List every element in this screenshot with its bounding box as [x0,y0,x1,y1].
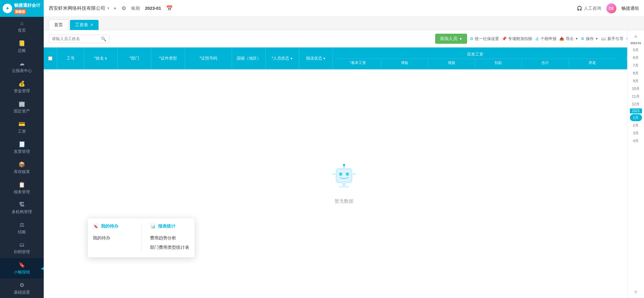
sidebar-item-label: 结账 [18,229,26,235]
sidebar-item-label: 发票管理 [14,149,30,155]
sidebar-item-tax[interactable]: 📋 税务管理 [0,178,44,198]
dropdown-col-todo-header: 🔖 我的待办 [93,223,133,229]
month-11[interactable]: 11月 [630,93,642,100]
svg-rect-8 [332,173,336,175]
sidebar-item-label: 总账 [18,48,26,54]
month-5[interactable]: 5月 [630,46,642,54]
dropdown-item-dept-expense[interactable]: 部门费用类型统计表 [150,243,190,252]
sidebar-item-archive[interactable]: 🗂 归档管理 [0,238,44,258]
topbar-actions: + ⚙ 账期 2023-01 📅 [113,5,173,11]
sidebar-item-ledger[interactable]: 📒 总账 [0,37,44,57]
th-report-status[interactable]: 报送状态 ▼ [299,47,333,69]
app-logo: ✦ 畅捷通好会计 旗舰版 [0,0,44,17]
calendar-icon[interactable]: 📅 [166,5,173,11]
tab-home-label: 首页 [54,22,63,27]
search-input[interactable] [52,36,99,41]
month-3[interactable]: 3月 [630,130,642,137]
social-icon: ⚙ [470,36,473,41]
social-settings-action[interactable]: ⚙ 统一社保设置 [470,36,499,42]
company-chevron-icon: ▼ [107,6,110,10]
month-8[interactable]: 8月 [630,70,642,77]
salary-group-title: 应发工资 [335,50,615,59]
sidebar-item-settle[interactable]: ⚖ 结账 [0,218,44,238]
sidebar-item-settings[interactable]: ⚙ 基础设置 [0,278,44,298]
inventory-icon: 📦 [18,161,25,168]
add-person-button[interactable]: 添加人员 ▼ [435,34,467,44]
ops-action[interactable]: ⚙ 操作 ▼ [581,36,598,42]
logo-sub: 旗舰版 [14,9,26,14]
th-checkbox[interactable] [44,47,57,69]
sidebar-item-invoice[interactable]: 🧾 发票管理 [0,138,44,158]
tax-icon: 📋 [18,181,25,188]
company-name[interactable]: 西安虾米网络科技有限公司 ▼ [49,5,110,11]
month-10[interactable]: 10月 [630,85,642,92]
month-1-active[interactable]: 1月 [630,114,642,121]
month-4[interactable]: 4月 [630,137,642,144]
th-person-status[interactable]: *人员状态 ▼ [266,47,299,69]
month-6[interactable]: 6月 [630,54,642,61]
sidebar-item-assets[interactable]: 🏢 固定资产 [0,97,44,118]
logo-text-wrap: 畅捷通好会计 旗舰版 [14,2,40,14]
sidebar-item-label: 首页 [18,28,26,33]
select-all-checkbox[interactable] [48,56,52,61]
guide-action[interactable]: 📖 新手引导 [601,36,623,42]
panel-down-arrow[interactable]: ▼ [633,289,639,295]
sidebar-item-home[interactable]: ⌂ 首页 [0,17,44,37]
month-2[interactable]: 2月 [630,122,642,129]
person-status-filter-icon: ▼ [290,57,293,60]
add-person-label: 添加人员 [440,36,457,42]
settle-icon: ⚖ [20,222,24,228]
month-7[interactable]: 7月 [630,62,642,69]
headset-icon: 🎧 [577,6,582,11]
th-cert-type: *证件类型 [151,47,185,69]
settings-gear-icon[interactable]: ⚙ [121,5,126,11]
service-button[interactable]: 🎧 人工咨询 [577,5,601,11]
personal-tax-action[interactable]: 🖨 个税申报 [535,36,557,42]
right-panel: ▲ 2023.01 5月 6月 7月 8月 9月 10月 11月 12月 202… [627,30,644,298]
table-header: 工号 *姓名 ⇅ *部门 *证件类型 *证照号码 国籍（地区） *人员状态 ▼ [44,47,644,69]
sidebar-item-cloud[interactable]: ☁ 云报表中心 [0,57,44,77]
content-area: 🔍 添加人员 ▼ ⚙ 统一社保设置 📌 专项附加扣除 🖨 个税申报 [44,30,644,298]
tab-salary-label: 工资表 [75,22,88,28]
export-action[interactable]: 📤 导出 ▼ [559,36,578,42]
xiaochang-icon: 🔖 [18,262,25,268]
tab-close-icon[interactable]: ✕ [90,23,93,27]
ops-icon: ⚙ [581,36,584,41]
cloud-icon: ☁ [19,60,25,67]
svg-rect-4 [342,183,346,186]
guide-action-icon: 📖 [601,36,606,41]
sidebar-item-label: 小畅报销 [14,269,30,275]
th-id: 工号 [57,47,84,69]
sidebar-item-finance[interactable]: 💰 资金管理 [0,77,44,97]
sidebar-item-xiaochang[interactable]: 🔖 小畅报销 ◀ [0,258,44,278]
sidebar-item-inventory[interactable]: 📦 库存核算 [0,158,44,178]
add-company-icon[interactable]: + [113,5,116,11]
sidebar-item-multi[interactable]: 🏗 多机构管理 [0,198,44,218]
dropdown-col-todo: 🔖 我的待办 我的待办 [93,223,133,252]
panel-up-arrow[interactable]: ▲ [633,33,639,39]
user-name: 畅捷通组 [621,5,639,11]
sidebar-item-salary[interactable]: 💳 工资 [0,118,44,138]
sidebar-item-label: 归档管理 [14,249,30,255]
dropdown-item-my-todo[interactable]: 我的待办 [93,233,133,243]
tab-home[interactable]: 首页 [49,20,68,30]
th-salary-group: 应发工资 *基本工资 津贴 绩效 扣款 合计 [333,47,617,69]
th-name[interactable]: *姓名 ⇅ [84,47,118,69]
personal-tax-icon: 🖨 [535,36,539,41]
avatar[interactable]: CE [606,3,616,13]
tax-deduct-action[interactable]: 📌 专项附加扣除 [502,36,532,42]
dropdown-col-reports: 📊 报表统计 费用趋势分析 部门费用类型统计表 [150,223,190,252]
th-allowance: 津贴 [381,59,428,67]
dropdown-item-expense-trend[interactable]: 费用趋势分析 [150,233,190,243]
sidebar-item-label: 库存核算 [14,169,30,175]
year-label: 2023 [630,108,642,113]
tab-salary[interactable]: 工资表 ✕ [70,20,99,30]
th-pension: 养老 [569,59,615,67]
name-sort-icon: ⇅ [105,57,107,60]
sidebar-item-label: 工资 [18,129,26,134]
month-9[interactable]: 9月 [630,77,642,85]
dropdown-overlay: 🔖 我的待办 我的待办 📊 报表统计 [87,218,195,258]
month-12[interactable]: 12月 [630,101,642,108]
logo-icon: ✦ [3,4,12,13]
main-area: 西安虾米网络科技有限公司 ▼ + ⚙ 账期 2023-01 📅 🎧 人工咨询 C… [44,0,644,298]
